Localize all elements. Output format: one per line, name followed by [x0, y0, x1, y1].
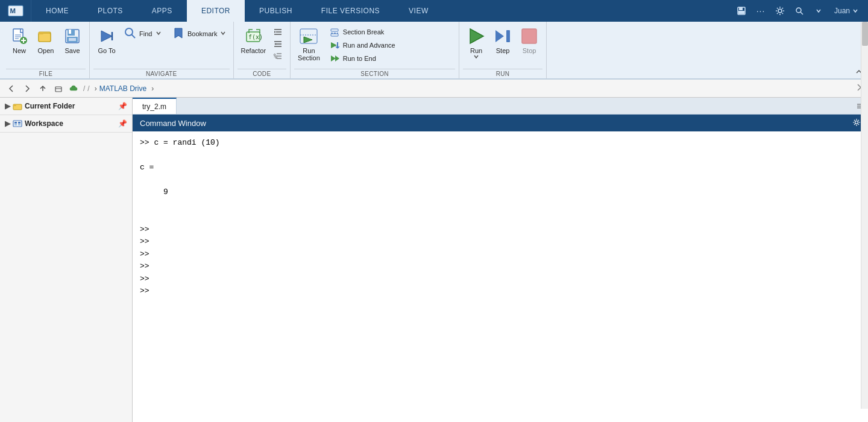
cloud-button[interactable]	[68, 82, 81, 95]
command-window-body[interactable]: >> c = randi (10) c = 9 >> >> >> >> >> >…	[133, 131, 868, 422]
sidebar-item-current-folder[interactable]: ▶ Current Folder 📌	[0, 98, 132, 115]
open-button[interactable]: Open	[33, 24, 59, 57]
workspace-label: Workspace	[25, 119, 63, 128]
more-icon[interactable]: ···	[752, 2, 769, 19]
parent-folder-button[interactable]	[36, 82, 49, 95]
address-bar: / / › MATLAB Drive ›	[0, 80, 868, 98]
refactor-button[interactable]: f(x) Refactor	[237, 24, 270, 57]
step-button[interactable]: Step	[489, 24, 516, 57]
stop-icon	[520, 27, 539, 46]
browse-button[interactable]	[52, 82, 65, 95]
section-break-button[interactable]: Section Break	[326, 25, 399, 39]
scrollbar-track[interactable]	[861, 22, 868, 409]
indent-button[interactable]	[271, 27, 285, 37]
cmd-line-11: >>	[140, 260, 861, 272]
tab-view[interactable]: VIEW	[394, 0, 443, 22]
svg-rect-42	[331, 29, 338, 31]
section-group-label: SECTION	[294, 69, 455, 78]
run-advance-button[interactable]: Run and Advance	[326, 39, 399, 52]
tab-bar: try_2.m	[133, 98, 868, 115]
cmd-line-3: c =	[140, 162, 861, 174]
open-icon	[36, 27, 55, 46]
settings-icon[interactable]	[772, 2, 788, 19]
ribbon-group-run: Run Step Stop	[459, 22, 547, 78]
back-button[interactable]	[5, 82, 18, 95]
ribbon-group-section: RunSection Section Break	[291, 22, 459, 78]
tab-home[interactable]: HOME	[31, 0, 83, 22]
refactor-icon: f(x)	[244, 27, 263, 46]
run-end-label: Run to End	[343, 55, 376, 62]
run-group-label: RUN	[463, 69, 542, 78]
sidebar-item-workspace[interactable]: ▶ Workspace 📌	[0, 115, 132, 133]
run-end-icon	[330, 54, 339, 63]
svg-rect-22	[69, 38, 76, 41]
ribbon-group-file: New Open	[2, 22, 90, 78]
workspace-arrow: ▶	[5, 119, 10, 128]
scrollbar-thumb[interactable]	[862, 22, 868, 46]
path-chevron: ›	[95, 84, 97, 93]
tab-plots[interactable]: PLOTS	[83, 0, 137, 22]
cmd-line-8: >>	[140, 224, 861, 236]
path-matlab-drive[interactable]: MATLAB Drive	[99, 84, 146, 93]
tab-file-versions[interactable]: FILE VERSIONS	[307, 0, 394, 22]
refactor-label: Refactor	[241, 47, 266, 54]
path-dropdown[interactable]: ›	[151, 84, 154, 93]
save-button[interactable]: Save	[59, 24, 86, 57]
cmd-line-6	[140, 199, 861, 211]
current-folder-pin[interactable]: 📌	[118, 101, 127, 111]
current-folder-label: Current Folder	[25, 102, 75, 110]
save-icon[interactable]	[733, 2, 750, 19]
svg-rect-57	[14, 122, 17, 124]
run-section-button[interactable]: RunSection	[294, 24, 324, 64]
svg-rect-60	[18, 124, 20, 125]
outdent-button[interactable]	[271, 39, 285, 49]
run-button[interactable]: Run	[463, 24, 489, 61]
dropdown-icon[interactable]	[810, 2, 827, 19]
svg-marker-47	[331, 55, 336, 61]
find-icon	[124, 27, 137, 40]
find-label: Find	[139, 30, 152, 37]
sidebar: ▶ Current Folder 📌 ▶ Workspace 📌	[0, 98, 133, 422]
navigate-group-label: NAVIGATE	[93, 69, 230, 78]
path-sep-1: /	[83, 84, 85, 93]
run-end-button[interactable]: Run to End	[326, 52, 399, 65]
find-button[interactable]: Find	[120, 24, 168, 42]
folder-icon	[13, 102, 22, 110]
username-label: Juan	[834, 7, 850, 15]
cmd-line-5: 9	[140, 186, 861, 198]
svg-rect-59	[14, 124, 17, 125]
cmd-line-10: >>	[140, 248, 861, 260]
top-navigation: M HOME PLOTS APPS EDITOR PUBLISH FILE VE…	[0, 0, 868, 22]
tab-try2[interactable]: try_2.m	[133, 98, 177, 114]
section-break-label: Section Break	[343, 28, 384, 36]
new-button[interactable]: New	[6, 24, 33, 57]
cmd-line-4	[140, 174, 861, 186]
command-window-container: Command Window >> c = randi (10) c = 9 >…	[133, 115, 868, 422]
svg-rect-20	[69, 30, 71, 34]
stop-button[interactable]: Stop	[516, 24, 542, 57]
goto-button[interactable]: Go To	[93, 24, 120, 57]
cmd-header-gear[interactable]	[852, 118, 861, 128]
cmd-line-13: >>	[140, 285, 861, 297]
path-sep-2: /	[87, 84, 89, 93]
tab-editor[interactable]: EDITOR	[187, 0, 245, 22]
bookmark-button[interactable]: Bookmark	[168, 24, 230, 42]
save-icon-ribbon	[63, 27, 82, 46]
editor-area: try_2.m Command Window >> c = randi (10)…	[133, 98, 868, 422]
svg-rect-16	[39, 33, 51, 42]
top-right-controls: ··· Juan	[733, 0, 868, 22]
svg-rect-3	[739, 7, 743, 10]
comment-button[interactable]: %	[271, 51, 285, 61]
tab-publish[interactable]: PUBLISH	[245, 0, 307, 22]
workspace-icon	[13, 119, 22, 128]
command-window-header: Command Window	[133, 115, 868, 131]
matlab-logo[interactable]: M	[0, 0, 31, 22]
search-icon[interactable]	[791, 2, 808, 19]
svg-text:f(x): f(x)	[248, 34, 262, 40]
cmd-line-9: >>	[140, 236, 861, 248]
tab-apps[interactable]: APPS	[137, 0, 187, 22]
user-menu[interactable]: Juan	[829, 7, 863, 15]
current-folder-arrow: ▶	[5, 102, 10, 110]
workspace-pin[interactable]: 📌	[118, 119, 127, 128]
forward-button[interactable]	[20, 82, 34, 95]
